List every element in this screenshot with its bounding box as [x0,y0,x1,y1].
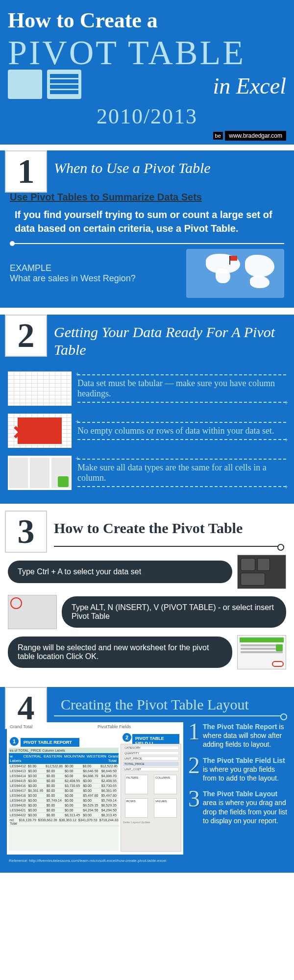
list-item: 3 The Pivot Table Layout area is where y… [188,789,287,825]
shot-grand-total-label: Grand Total PivotTable Fields [10,724,131,729]
section-1-body: If you find yourself trying to sum or co… [0,205,294,238]
table-row: LES94414$0.00$0.00$0.00$4,886.70$4,886.7… [9,774,119,779]
panel-report-label: PIVOT TABLE REPORT [21,738,79,747]
table-row: LES94418$0.00$0.00$0.00$5,497.80$5,497.8… [9,793,119,798]
tabular-data-icon [8,371,72,406]
step-number-1: 1 [5,150,47,193]
badge-2: 2 [122,733,131,742]
item-text: The Pivot Table Field List is where you … [203,756,287,783]
tip-row-2: No empty columns or rows of data within … [0,410,294,452]
header-line4: 2010/2013 [8,104,286,129]
list-item: 2 The Pivot Table Field List is where yo… [188,756,287,783]
badge-1: 1 [10,737,19,746]
section-data-ready: 2 Getting Your Data Ready For A Pivot Ta… [0,315,294,504]
flag-icon [230,256,237,261]
keyboard-icon [237,555,286,589]
table-row: LES94413$0.00$0.00$0.00$6,646.50$6,646.5… [9,769,119,774]
section-how-to-create: 3 How to Create the Pivot Table Type Ctr… [0,511,294,680]
ribbon-icon [8,595,57,629]
logo-be: be [213,132,223,140]
table-row: LES94412$0.00$12,522.86$0.00$0.00$12,522… [9,764,119,769]
pivot-field-pane: CATEGORY QUANTITY UNIT_PRICE TOTAL_PRICE… [121,744,181,852]
table-row: LES94421$0.00$0.00$0.00$4,294.50$4,294.5… [9,808,119,813]
url-bar: be www.bradedgar.com [8,131,286,141]
step-1-text: Type Ctrl + A to select your data set [8,561,232,583]
header-line2: PIVOT TABLE [8,36,286,70]
data-types-icon [8,456,72,490]
example-text: EXAMPLE What are sales in West Region? [10,263,186,284]
pivot-screenshot: Grand Total PivotTable Fields 1 2 3 PIVO… [7,722,183,855]
title-rule-4 [54,715,287,716]
tip-2-text: No empty columns or rows of data within … [77,422,286,440]
section-when-to-use: 1 When to Use a Pivot Table Use Pivot Ta… [0,150,294,308]
divider [10,243,284,244]
section-4-title: Creating the Pivot Table Layout [7,687,287,715]
header-line1: How to Create a [8,8,286,33]
layout-explain-list: 1 The Pivot Table Report is where data w… [188,722,287,855]
example-label: EXAMPLE [10,263,186,273]
table-row: nd Total$16,139.79$330,662.39$30,363.12$… [9,818,119,826]
step-number-3: 3 [5,511,47,553]
step-row-3: Range will be selected and new worksheet… [0,632,294,672]
item-text: The Pivot Table Report is where data wil… [203,722,287,749]
world-map-icon [186,249,284,298]
spreadsheet-icon [8,70,42,99]
item-text: The Pivot Table Layout area is where you… [203,789,287,825]
tip-1-text: Data set must be tabular — make sure you… [77,374,286,403]
table-row: LES94417$6,361.95$0.00$0.00$0.00$6,361.9… [9,788,119,793]
table-row: LES94416$0.00$0.00$3,730.65$0.00$3,730.6… [9,784,119,788]
pivot-report-table: es of TOTAL_PRICE Column Labels w Labels… [9,748,119,851]
header: How to Create a PIVOT TABLE in Excel 201… [0,0,294,145]
tip-row-3: Make sure all data types are the same fo… [0,452,294,494]
table-col-labels: es of TOTAL_PRICE Column Labels [9,748,119,753]
example-question: What are sales in West Region? [10,273,186,284]
step-row-1: Type Ctrl + A to select your data set [0,552,294,592]
table-header: w Labels CENTRALEASTERNMOUNTAINWESTERNGr… [9,753,119,764]
checklist-icon [47,70,81,99]
step-number-2: 2 [5,315,47,357]
tip-row-1: Data set must be tabular — make sure you… [0,368,294,410]
table-row: LES94419$0.00$5,749.14$0.00$0.00$5,749.1… [9,798,119,803]
step-row-2: Type ALT, N (INSERT), V (PIVOT TABLE) - … [0,592,294,632]
table-row: LES94420$0.00$0.00$0.00$6,529.35$6,529.3… [9,803,119,808]
dialog-icon [237,635,286,669]
item-number: 2 [188,756,200,783]
site-url: www.bradedgar.com [225,131,286,141]
step-2-text: Type ALT, N (INSERT), V (PIVOT TABLE) - … [62,596,286,628]
section-layout: 4 Creating the Pivot Table Layout Grand … [0,687,294,873]
tip-3-text: Make sure all data types are the same fo… [77,459,286,487]
title-rule [54,546,284,547]
reference-text: Reference: http://fiveminutelessons.com/… [7,855,287,863]
item-number: 3 [188,789,200,825]
item-number: 1 [188,722,200,749]
no-empty-icon [8,414,72,448]
table-row: LES94422$0.00$0.00$8,313.45$0.00$8,313.4… [9,813,119,818]
table-row: LES94415$0.00$0.00$2,408.55$0.00$2,408.5… [9,779,119,784]
list-item: 1 The Pivot Table Report is where data w… [188,722,287,749]
step-3-text: Range will be selected and new worksheet… [8,637,232,668]
